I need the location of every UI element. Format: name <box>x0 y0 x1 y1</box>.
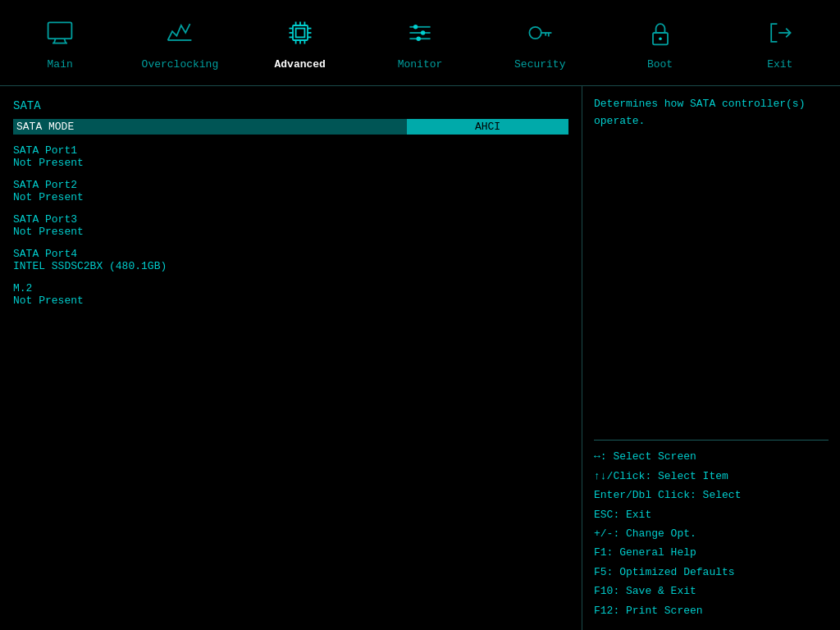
svg-point-24 <box>416 37 420 41</box>
port-status-3: INTEL SSDSC2BX (480.1GB) <box>13 260 568 272</box>
nav-label-security: Security <box>514 58 565 71</box>
keybind-3: ESC: Exit <box>594 505 829 524</box>
port-name-3: SATA Port4 <box>13 248 568 260</box>
nav-label-advanced: Advanced <box>274 58 325 71</box>
nav-item-main[interactable]: Main <box>19 18 101 71</box>
keybind-7: F10: Save & Exit <box>594 582 829 600</box>
svg-point-25 <box>530 27 541 39</box>
nav-label-boot: Boot <box>647 58 673 71</box>
cpu-icon <box>285 18 315 53</box>
port-name-1: SATA Port2 <box>13 179 568 191</box>
nav-label-main: Main <box>48 58 73 71</box>
port-status-2: Not Present <box>13 226 568 238</box>
port-name-2: SATA Port3 <box>13 213 568 226</box>
nav-label-overclocking: Overclocking <box>142 58 219 71</box>
nav-item-exit[interactable]: Exit <box>739 18 821 71</box>
sata-mode-value: AHCI <box>407 119 568 135</box>
help-description: Determines how SATA controller(s) operat… <box>594 96 829 433</box>
nav-item-overclocking[interactable]: Overclocking <box>139 18 221 71</box>
monitor-icon <box>45 18 75 53</box>
key-icon <box>525 18 555 53</box>
keybind-6: F5: Optimized Defaults <box>594 563 829 582</box>
nav-item-boot[interactable]: Boot <box>619 18 701 71</box>
keybind-0: ↔: Select Screen <box>594 447 829 466</box>
port-block-0: SATA Port1 Not Present <box>13 144 568 169</box>
nav-item-security[interactable]: Security <box>499 18 581 71</box>
right-panel: Determines how SATA controller(s) operat… <box>582 86 840 630</box>
svg-point-23 <box>421 30 425 34</box>
svg-rect-6 <box>295 29 304 38</box>
port-status-0: Not Present <box>13 157 568 169</box>
keybind-4: +/-: Change Opt. <box>594 524 829 543</box>
port-block-3: SATA Port4 INTEL SSDSC2BX (480.1GB) <box>13 248 568 272</box>
svg-rect-0 <box>48 22 72 39</box>
sata-mode-row[interactable]: SATA MODE AHCI <box>13 119 568 135</box>
exit-icon <box>765 18 795 53</box>
port-status-1: Not Present <box>13 191 568 203</box>
keybind-1: ↑↓/Click: Select Item <box>594 467 829 486</box>
keybind-5: F1: General Help <box>594 543 829 562</box>
port-status-4: Not Present <box>13 294 568 307</box>
nav-item-monitor[interactable]: Monitor <box>379 18 461 71</box>
sliders-icon <box>405 18 435 53</box>
overclocking-icon <box>165 18 194 53</box>
port-name-0: SATA Port1 <box>13 144 568 157</box>
key-help-section: ↔: Select Screen ↑↓/Click: Select Item E… <box>594 447 829 620</box>
svg-point-30 <box>659 37 662 40</box>
nav-label-exit: Exit <box>767 58 792 71</box>
nav-label-monitor: Monitor <box>398 58 443 71</box>
port-block-1: SATA Port2 Not Present <box>13 179 568 203</box>
port-block-4: M.2 Not Present <box>13 282 568 307</box>
nav-item-advanced[interactable]: Advanced <box>259 18 341 71</box>
lock-icon <box>646 18 675 53</box>
divider <box>594 440 829 441</box>
sata-mode-key: SATA MODE <box>13 119 407 135</box>
port-block-2: SATA Port3 Not Present <box>13 213 568 238</box>
port-name-4: M.2 <box>13 282 568 294</box>
left-panel: SATA SATA MODE AHCI SATA Port1 Not Prese… <box>0 86 582 630</box>
content-area: SATA SATA MODE AHCI SATA Port1 Not Prese… <box>0 86 840 630</box>
svg-point-22 <box>413 25 418 29</box>
keybind-8: F12: Print Screen <box>594 601 829 620</box>
keybind-2: Enter/Dbl Click: Select <box>594 486 829 504</box>
nav-bar: Main Overclocking <box>0 0 840 86</box>
section-title: SATA <box>13 99 568 112</box>
